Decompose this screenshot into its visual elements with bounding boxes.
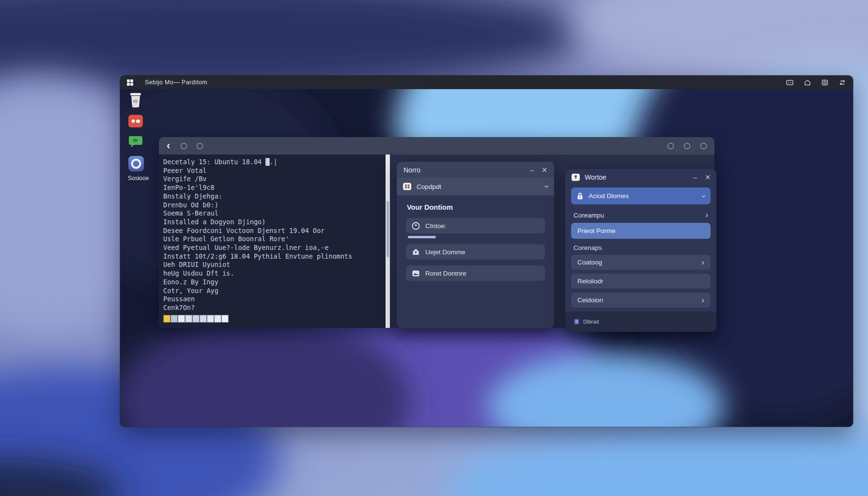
wortoe-footer: Dibrad (565, 311, 716, 332)
norro-window: Norro – ✕ Copdpdt (397, 162, 554, 328)
norro-button-center[interactable]: Ctntoe: (406, 218, 545, 233)
terminal-line: Decetaly 15: Ubuntu 18.04 █.| (163, 158, 381, 167)
norro-button-user-domain[interactable]: Uejet Domme (406, 244, 545, 260)
terminal-pane[interactable]: Decetaly 15: Ubuntu 18.04 █.| Peeer Vota… (159, 155, 386, 328)
document-icon (574, 318, 580, 325)
terminal-line: IenPo-1e'l9c8 (163, 184, 381, 192)
terminal-line: Instatt 10t/2:g6 18.04 Pythial Envtune p… (163, 252, 381, 261)
vm-window-title: Sebijo Mo— Parditom (145, 79, 207, 86)
norro-titlebar[interactable]: Norro – ✕ (397, 162, 554, 178)
norro-title: Norro (403, 166, 420, 174)
terminal-line: Installed a Dogyon Djingo) (163, 218, 381, 227)
terminal-line: Cenk7On? (163, 304, 381, 312)
terminal-scrollbar[interactable] (386, 155, 390, 328)
chevron-right-icon: › (701, 297, 704, 304)
terminal-line: Peeer Votal (163, 167, 381, 175)
terminal-line: Peussaen (163, 295, 381, 304)
palette-swatch (207, 315, 214, 323)
palette-swatch (170, 315, 178, 323)
sync-icon[interactable] (838, 79, 846, 86)
terminal-line: Desee Foordconi Voctoon Djensrt 19.04 Oo… (163, 227, 381, 235)
tab-circle-icon[interactable] (181, 143, 187, 149)
close-icon[interactable]: ✕ (705, 174, 711, 181)
app-box-icon (571, 173, 580, 182)
home-icon[interactable] (804, 79, 811, 86)
desktop-icon-column: iO Sosiooe (126, 91, 162, 182)
scrollbar-thumb[interactable] (387, 201, 389, 257)
trash-icon[interactable]: iO (128, 91, 143, 108)
screen: Sebijo Mo— Parditom (0, 0, 868, 496)
chevron-right-icon: › (705, 212, 708, 218)
wortoe-item-catalog[interactable]: Coatoog › (571, 255, 711, 270)
terminal-line: Bnstaly Djehga: (163, 192, 381, 201)
apps-grid-icon[interactable] (127, 79, 133, 86)
chat-app-icon[interactable] (128, 135, 143, 149)
wortoe-item-label: Ceidoion (577, 296, 701, 304)
terminal-line: Ueh DRIUI Uyuniot (163, 261, 381, 269)
norro-dropdown-label: Copdpdt (417, 183, 545, 190)
active-indicator-bar (408, 236, 436, 238)
norro-button-label: Roret Dontnre (425, 270, 466, 277)
svg-text:iO: iO (133, 99, 138, 104)
display-icon[interactable] (821, 79, 829, 86)
vm-window: Sebijo Mo— Parditom (120, 75, 853, 427)
wortoe-window: Wortoe – ✕ Aciod Dlomes › (565, 169, 716, 332)
wortoe-item-label: Coatoog (577, 259, 701, 266)
globe-icon (412, 222, 420, 230)
terminal-line: Veed Pyetual Uue?-lode Byenurz.lner ioa,… (163, 244, 381, 252)
palette-swatch (200, 315, 207, 323)
wortoe-group-label-text: Corenaps (574, 244, 602, 251)
tab-circle-icon[interactable] (197, 143, 203, 149)
wortoe-group-label: Corenaps (571, 240, 711, 255)
wortoe-item-label: Reloilodr (577, 278, 704, 285)
lock-icon (576, 192, 584, 200)
terminal-line: Vergife /Bv (163, 175, 381, 184)
norro-dropdown[interactable]: Copdpdt › (397, 178, 554, 196)
wortoe-title: Wortoe (585, 173, 693, 181)
terminal-color-palette (163, 315, 381, 323)
palette-swatch (221, 315, 229, 323)
terminal-line: Usle Prbuel Getlon Boonral Rore' (163, 235, 381, 244)
browser-app-icon[interactable] (128, 155, 144, 172)
terminal-line: heUg Usdou Dft is. (163, 269, 381, 278)
wortoe-body: Aciod Dlomes › Coreampu › Prieot Porme C… (565, 186, 716, 311)
wortoe-item-selected[interactable]: Prieot Porme (571, 223, 711, 239)
keyboard-icon[interactable] (786, 79, 794, 86)
file-window-titlebar[interactable]: ‹ (159, 137, 714, 155)
wortoe-item-reload[interactable]: Reloilodr (571, 274, 711, 289)
norro-button-label: Ctntoe: (425, 222, 447, 230)
chevron-down-icon: › (700, 195, 707, 198)
minimize-icon[interactable]: – (693, 174, 697, 181)
terminal-line: Cotr, Your Ayg (163, 287, 381, 295)
image-icon (412, 270, 420, 277)
palette-swatch (185, 315, 192, 323)
desktop-icon-label: Sosiooe (128, 175, 149, 182)
palette-swatch (214, 315, 221, 323)
minimize-icon[interactable]: – (530, 167, 534, 173)
wortoe-titlebar[interactable]: Wortoe – ✕ (565, 169, 716, 186)
chevron-down-icon: › (543, 185, 550, 188)
home-icon (412, 248, 420, 256)
wortoe-item-certs[interactable]: Ceidoion › (571, 293, 711, 308)
vm-desktop: iO Sosiooe (120, 89, 853, 427)
terminal-line: Eono.z By Ingy (163, 278, 381, 287)
palette-swatch (178, 315, 185, 323)
wortoe-domain-select[interactable]: Aciod Dlomes › (571, 187, 711, 204)
close-icon[interactable]: ✕ (542, 167, 547, 173)
back-icon[interactable]: ‹ (167, 141, 170, 151)
wortoe-selected-label: Prieot Porme (577, 227, 616, 234)
window-close-circle-icon[interactable] (700, 143, 707, 149)
terminal-line: Drenbu Od b0:) (163, 201, 381, 210)
norro-section-heading: Vour Dontiom (407, 203, 545, 211)
video-app-icon[interactable] (128, 114, 143, 128)
wortoe-footer-label: Dibrad (583, 319, 599, 325)
window-minimize-circle-icon[interactable] (667, 143, 674, 149)
wortoe-item-coreampu[interactable]: Coreampu › (571, 207, 711, 223)
palette-swatch (192, 315, 200, 323)
vm-titlebar[interactable]: Sebijo Mo— Parditom (120, 76, 853, 89)
palette-swatch (163, 315, 170, 323)
window-maximize-circle-icon[interactable] (684, 143, 690, 149)
norro-button-root-domain[interactable]: Roret Dontnre (406, 265, 545, 281)
norro-button-label: Uejet Domme (425, 248, 465, 256)
terminal-line: Soema S-Beraul (163, 209, 381, 218)
